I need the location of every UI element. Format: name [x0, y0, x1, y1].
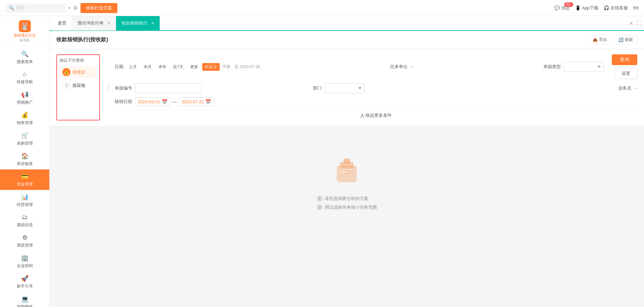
tab-prepay[interactable]: 预付冲应付单✕	[72, 16, 116, 31]
empty-tip-1: 2 用过滤条件来缩小分析范围	[317, 203, 377, 212]
tab-bar: 首页预付冲应付单✕收款核销执行✕ ✕ ⛶	[50, 16, 644, 31]
date-separator: —	[172, 99, 177, 104]
tab-close-prepay[interactable]: ✕	[107, 21, 110, 25]
verify-date-range: 2023-03-01 📅 — 2023-07-21 📅	[135, 97, 214, 106]
verify-date-start-input[interactable]: 2023-03-01 📅	[135, 97, 170, 106]
basic-icon: 🗂	[22, 214, 28, 221]
basic-label: 基础信息	[17, 222, 33, 228]
sidebar-item-marketing[interactable]: 📢 营销推广	[0, 88, 49, 108]
sidebar-item-system[interactable]: ⚙ 系统管理	[0, 231, 49, 251]
logo-icon: 🐰	[19, 20, 31, 32]
sidebar-item-enterprise[interactable]: 🏢 企业协同	[0, 251, 49, 271]
doc-type-label: 单据类型	[543, 64, 561, 70]
by-receipt-label: 按收款	[72, 69, 86, 75]
marketing-label: 营销推广	[17, 100, 33, 105]
staff-field: 业务员 ···	[618, 85, 637, 91]
export-icon: 📤	[593, 38, 598, 42]
verify-date-field: 核销日期 2023-03-01 📅 — 2023-07-21	[115, 97, 214, 106]
collapse-left-icon: 《	[105, 84, 110, 91]
app-download-item[interactable]: 📱 App下载	[575, 5, 598, 11]
operation-icon: 📊	[21, 193, 29, 201]
date-this-month[interactable]: 本月	[141, 63, 154, 71]
date-custom[interactable]: 自定义	[202, 63, 220, 71]
query-button[interactable]: 查询	[612, 54, 637, 65]
collapse-more-btn[interactable]: ⋀ 收起更多条件	[115, 110, 637, 120]
filter-main: 日期 上月 本月 本年 近7天 更多 自定义 不限	[115, 54, 637, 120]
settings-icon[interactable]: ⚙	[73, 5, 78, 11]
message-icon: 💬	[554, 5, 560, 10]
refresh-button[interactable]: 🔄 刷新	[614, 35, 637, 45]
sidebar-item-hardware[interactable]: 💻 智能硬件	[0, 292, 49, 307]
sidebar-item-guide[interactable]: 🚀 新手引导	[0, 271, 49, 292]
verify-date-end-input[interactable]: 2023-07-21 📅	[179, 97, 214, 106]
doc-no-field: 单据编号	[115, 83, 202, 93]
date-options: 上月 本月 本年 近7天 更多 自定义	[126, 63, 220, 71]
tab-label-receipt: 收款核销执行	[121, 20, 148, 26]
filter-by-receivable[interactable]: ⏱ 按应收	[60, 80, 97, 92]
close-tab-action[interactable]: ✕	[629, 20, 633, 27]
search-box[interactable]: 🔍 搜索	[5, 3, 66, 13]
dept-label: 部门	[313, 85, 322, 91]
date-last-7-days[interactable]: 近7天	[170, 63, 186, 71]
user-name-item[interactable]: Rit	[633, 5, 639, 10]
refresh-icon: 🔄	[619, 38, 624, 42]
date-more[interactable]: 更多	[187, 63, 201, 71]
filter-settings-button[interactable]: 设置	[614, 68, 637, 79]
sidebar-logo: 🐰 畅捷通好生意 标准版	[0, 16, 49, 46]
staff-dots[interactable]: ···	[634, 85, 637, 91]
logo-version: 标准版	[20, 38, 30, 43]
empty-tip-0: 1 请先选择要分析的方案	[317, 194, 377, 203]
filter-row-2: 单据编号 部门	[115, 83, 637, 93]
search-chevron-icon[interactable]: ▾	[68, 6, 70, 10]
export-button[interactable]: 📤 导出	[588, 35, 611, 45]
system-label: 系统管理	[17, 243, 33, 248]
tab-home[interactable]: 首页	[52, 16, 72, 31]
calendar-end-icon: 📅	[205, 99, 211, 104]
content-area: 首页预付冲应付单✕收款核销执行✕ ✕ ⛶ 收款核销执行(按收款) 📤 导出 🔄 …	[50, 16, 644, 307]
top-bar-right: 💬 消息 99+ 📱 App下载 🎧 在线客服 Rit	[554, 5, 639, 11]
verify-date-label: 核销日期	[115, 99, 132, 105]
dept-select[interactable]	[324, 83, 365, 93]
staff-label: 业务员	[618, 85, 631, 91]
tab-close-receipt[interactable]: ✕	[151, 21, 154, 25]
filter-collapse-btn[interactable]: 《	[104, 54, 111, 120]
doc-no-input[interactable]	[135, 83, 202, 93]
sidebar-item-sales[interactable]: 💰 销售管理	[0, 108, 49, 129]
by-receipt-icon: 💰	[62, 68, 70, 76]
filter-by-receipt[interactable]: 💰 按收款	[60, 66, 97, 78]
enterprise-icon: 🏢	[21, 254, 29, 262]
top-bar-left: 🔍 搜索 ▾ ⚙ 体验行业方案	[5, 3, 552, 13]
sidebar-item-search-menu[interactable]: 🔍 搜索菜单	[0, 47, 49, 67]
date-last-month[interactable]: 上月	[126, 63, 140, 71]
top-bar: 🔍 搜索 ▾ ⚙ 体验行业方案 💬 消息 99+ 📱 App下载 🎧 在线客服 …	[0, 0, 644, 16]
quick-nav-label: 快捷导航	[17, 79, 33, 85]
counterparty-label: 往来单位	[390, 64, 408, 70]
purchase-icon: 🛒	[21, 132, 29, 139]
verify-date-start-text: 2023-03-01	[138, 99, 160, 104]
sidebar-item-quick-nav[interactable]: ⌂ 快捷导航	[0, 67, 49, 88]
sidebar-item-finance[interactable]: 💳 资金管理	[0, 169, 49, 190]
expand-tab-action[interactable]: ⛶	[636, 20, 641, 26]
date-this-year[interactable]: 本年	[156, 63, 169, 71]
doc-type-select[interactable]	[564, 62, 604, 72]
doc-no-label: 单据编号	[115, 85, 132, 91]
message-badge-item[interactable]: 💬 消息 99+	[554, 5, 570, 11]
tab-receipt[interactable]: 收款核销执行✕	[116, 16, 160, 31]
collapse-label: 收起更多条件	[366, 112, 392, 118]
counterparty-field: 往来单位 ···	[390, 64, 414, 70]
counterparty-dots[interactable]: ···	[410, 64, 414, 70]
solution-button[interactable]: 体验行业方案	[80, 3, 117, 13]
verify-date-end-text: 2023-07-21	[182, 99, 204, 104]
sidebar-nav: 🔍 搜索菜单 ⌂ 快捷导航 📢 营销推广 💰 销售管理 🛒 采购管理 🏠 库存核…	[0, 46, 49, 307]
date-to-label: 至 2023-07-26	[234, 64, 260, 70]
page-header: 收款核销执行(按收款) 📤 导出 🔄 刷新	[50, 31, 644, 49]
filter-sidebar-title: 按以下方查询	[60, 58, 97, 63]
online-service-item[interactable]: 🎧 在线客服	[604, 5, 628, 11]
sidebar-item-basic[interactable]: 🗂 基础信息	[0, 210, 49, 231]
operation-label: 经营管理	[17, 202, 33, 208]
empty-illustration	[327, 149, 367, 189]
sidebar-item-inventory[interactable]: 🏠 库存核算	[0, 149, 49, 169]
sidebar-item-operation[interactable]: 📊 经营管理	[0, 190, 49, 210]
tip-text-0: 请先选择要分析的方案	[325, 194, 368, 203]
sidebar-item-purchase[interactable]: 🛒 采购管理	[0, 129, 49, 149]
